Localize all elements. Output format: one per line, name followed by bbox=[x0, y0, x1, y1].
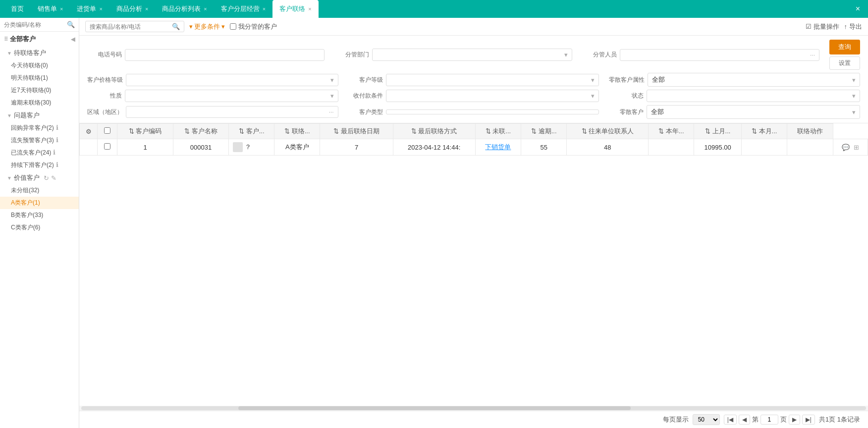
all-customers-header[interactable]: ⠿ 全部客户 ◀ bbox=[0, 32, 79, 47]
this-month-col-header[interactable]: ⇅ 本月... bbox=[742, 124, 787, 139]
sort-icon: ⇅ bbox=[284, 127, 290, 135]
status-select[interactable]: ▾ bbox=[647, 90, 860, 102]
sidebar-item-problem[interactable]: 流失预警客户(3)ℹ bbox=[0, 134, 79, 147]
content-area: 🔍 ▾ 更多条件 ▾ 我分管的客户 ☑ 批量操作 ↑ 导出 bbox=[79, 18, 868, 428]
window-close-button[interactable]: × bbox=[852, 4, 864, 13]
nav-tab-客户联络[interactable]: 客户联络× bbox=[272, 0, 318, 18]
contact-times-col-header[interactable]: ⇅ 联络... bbox=[274, 124, 320, 139]
sidebar-item-pending[interactable]: 逾期未联络(30) bbox=[0, 97, 79, 109]
problem-items: 回购异常客户(2)ℹ流失预警客户(3)ℹ已流失客户(24)ℹ持续下滑客户(2)ℹ bbox=[0, 122, 79, 171]
batch-op-button[interactable]: ☑ 批量操作 bbox=[806, 22, 839, 31]
overdue-col-header[interactable]: ⇅ 逾期... bbox=[521, 124, 567, 139]
sidebar-item-pending[interactable]: 明天待联络(1) bbox=[0, 72, 79, 84]
tab-close-icon[interactable]: × bbox=[145, 6, 148, 12]
sort-icon: ⇅ bbox=[582, 127, 587, 135]
price-level-cell: 客户价格等级 ▾ bbox=[87, 74, 338, 86]
this-year-cell: 10995.00 bbox=[694, 139, 742, 156]
price-level-select[interactable]: ▾ bbox=[126, 74, 338, 86]
sidebar-item-problem[interactable]: 回购异常客户(2)ℹ bbox=[0, 122, 79, 134]
page-suffix: 页 bbox=[780, 415, 787, 424]
settings-col-header[interactable]: ⚙ bbox=[80, 124, 98, 139]
tab-close-icon[interactable]: × bbox=[204, 6, 207, 12]
payment-select[interactable]: ▾ bbox=[386, 90, 599, 102]
retail-attr-select[interactable]: 全部▾ bbox=[648, 73, 860, 87]
nav-tab-商品分析[interactable]: 商品分析× bbox=[109, 0, 155, 18]
scroll-thumb[interactable] bbox=[238, 406, 631, 410]
row-checkbox[interactable] bbox=[104, 143, 110, 150]
main-search-box[interactable]: 🔍 bbox=[85, 21, 184, 32]
last-month-col-header[interactable]: ⇅ 上月... bbox=[694, 124, 742, 139]
customer-level-select[interactable]: ▾ bbox=[386, 74, 599, 86]
tab-close-icon[interactable]: × bbox=[99, 6, 102, 12]
problem-customers-group[interactable]: ▼ 问题客户 bbox=[0, 109, 79, 122]
sidebar-item-problem[interactable]: 已流失客户(24)ℹ bbox=[0, 147, 79, 159]
more-filter-button[interactable]: ▾ 更多条件 ▾ bbox=[189, 22, 225, 31]
tab-label: 客户联络 bbox=[279, 4, 305, 13]
query-button[interactable]: 查询 bbox=[829, 40, 860, 54]
last-contact-method-col-header[interactable]: ⇅ 最后联络方式 bbox=[393, 124, 475, 139]
nature-select[interactable]: ▾ bbox=[125, 90, 338, 102]
arrow-down-icon: ▼ bbox=[7, 113, 12, 118]
last-contact-date-col-header[interactable]: ⇅ 最后联络日期 bbox=[320, 124, 393, 139]
sidebar-item-value[interactable]: 未分组(32) bbox=[0, 184, 79, 197]
dept-cell: 分管部门 ▾ bbox=[334, 49, 572, 61]
sidebar-search-input[interactable] bbox=[4, 21, 65, 28]
sidebar-item-pending[interactable]: 今天待联络(0) bbox=[0, 59, 79, 72]
value-items: 未分组(32)A类客户(1)B类客户(33)C类客户(6) bbox=[0, 184, 79, 234]
last-contact-method-cell[interactable]: 下销货单 bbox=[475, 139, 521, 156]
advanced-filter-panel: 电话号码 分管部门 ▾ 分管人员 ··· 查询 设置 bbox=[79, 36, 868, 123]
sidebar-item-value[interactable]: A类客户(1) bbox=[0, 197, 79, 209]
not-contacted-col-header[interactable]: ⇅ 未联... bbox=[475, 124, 521, 139]
horizontal-scrollbar[interactable] bbox=[79, 406, 868, 411]
refresh-icon[interactable]: ↻ bbox=[44, 174, 49, 182]
scroll-track[interactable] bbox=[81, 406, 866, 410]
last-page-button[interactable]: ▶| bbox=[802, 415, 815, 425]
last-contact-method-link[interactable]: 下销货单 bbox=[485, 143, 511, 151]
this-year-col-header[interactable]: ⇅ 本年... bbox=[649, 124, 694, 139]
checkbox-col-header[interactable] bbox=[98, 124, 117, 139]
sidebar-item-value[interactable]: C类客户(6) bbox=[0, 221, 79, 234]
my-customer-checkbox-area[interactable]: 我分管的客户 bbox=[230, 22, 277, 31]
sidebar-item-problem[interactable]: 持续下滑客户(2)ℹ bbox=[0, 159, 79, 171]
nav-tab-客户分层经营[interactable]: 客户分层经营× bbox=[214, 0, 272, 18]
edit-icon[interactable]: ✎ bbox=[51, 174, 56, 182]
value-customers-group[interactable]: ▼ 价值客户 ↻ ✎ bbox=[0, 171, 79, 184]
tab-close-icon[interactable]: × bbox=[60, 6, 63, 12]
prev-page-button[interactable]: ◀ bbox=[739, 415, 750, 425]
region-select[interactable]: ··· bbox=[126, 106, 338, 118]
page-number-input[interactable] bbox=[760, 415, 778, 425]
table-row: 1 000031 ？ A类客户 7 2023-04-12 14:44: 下销货单… bbox=[80, 139, 868, 156]
code-col-header[interactable]: ⇅ 客户编码 bbox=[117, 124, 173, 139]
my-customer-checkbox[interactable] bbox=[230, 23, 236, 30]
next-page-button[interactable]: ▶ bbox=[789, 415, 800, 425]
chat-icon[interactable]: 💬 bbox=[842, 144, 850, 151]
retail-customer-select[interactable]: 全部▾ bbox=[647, 105, 860, 119]
nav-home[interactable]: 首页 bbox=[4, 0, 31, 18]
sidebar-item-value[interactable]: B类客户(33) bbox=[0, 209, 79, 221]
customer-type-select[interactable] bbox=[386, 109, 599, 114]
region-label: 区域（地区） bbox=[87, 108, 123, 116]
main-search-input[interactable] bbox=[90, 23, 169, 30]
export-button[interactable]: ↑ 导出 bbox=[844, 22, 863, 31]
tab-close-icon[interactable]: × bbox=[308, 6, 311, 12]
tab-close-icon[interactable]: × bbox=[263, 6, 266, 12]
sidebar-item-pending[interactable]: 近7天待联络(0) bbox=[0, 84, 79, 97]
sidebar-search[interactable]: 🔍 bbox=[0, 18, 79, 32]
phone-input[interactable] bbox=[125, 49, 325, 61]
select-all-checkbox[interactable] bbox=[104, 127, 110, 134]
settings-button[interactable]: 设置 bbox=[829, 56, 860, 70]
dept-select[interactable]: ▾ bbox=[372, 49, 572, 61]
grid-icon[interactable]: ⊞ bbox=[854, 144, 859, 151]
contacts-col-header[interactable]: ⇅ 往来单位联系人 bbox=[567, 124, 649, 139]
first-page-button[interactable]: |◀ bbox=[724, 415, 737, 425]
nav-tab-商品分析列表[interactable]: 商品分析列表× bbox=[155, 0, 214, 18]
level-col-header[interactable]: ⇅ 客户... bbox=[229, 124, 274, 139]
price-level-label: 客户价格等级 bbox=[87, 76, 123, 84]
nav-tab-进货单[interactable]: 进货单× bbox=[70, 0, 109, 18]
manager-select[interactable]: ··· bbox=[620, 49, 819, 61]
page-size-select[interactable]: 50 100 bbox=[693, 414, 720, 425]
checkbox-cell[interactable] bbox=[98, 139, 117, 156]
name-col-header[interactable]: ⇅ 客户名称 bbox=[173, 124, 228, 139]
nav-tab-销售单[interactable]: 销售单× bbox=[31, 0, 70, 18]
pending-contact-group[interactable]: ▼ 待联络客户 bbox=[0, 47, 79, 59]
